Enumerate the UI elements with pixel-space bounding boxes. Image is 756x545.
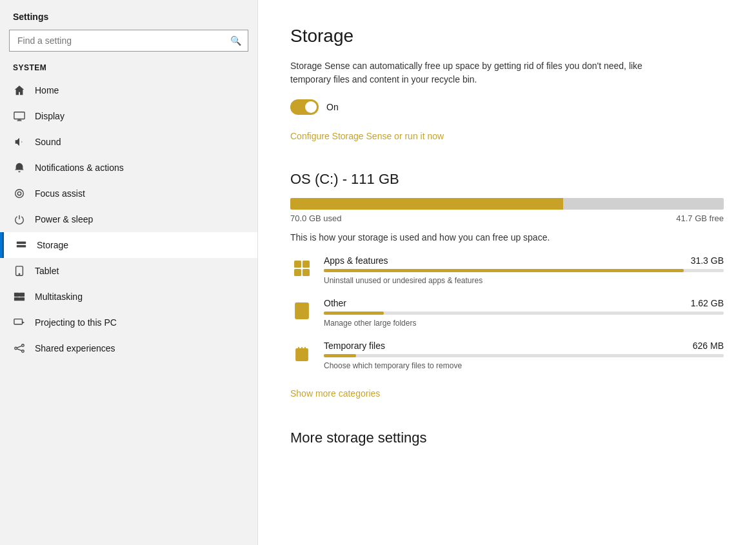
drive-title: OS (C:) - 111 GB bbox=[290, 171, 724, 188]
sidebar-item-storage[interactable]: Storage bbox=[0, 232, 257, 258]
show-more-link[interactable]: Show more categories bbox=[290, 388, 380, 399]
sidebar-item-display[interactable]: Display bbox=[0, 103, 257, 129]
svg-rect-22 bbox=[303, 269, 310, 276]
svg-rect-11 bbox=[14, 297, 19, 301]
other-icon bbox=[290, 299, 313, 322]
svg-point-4 bbox=[17, 192, 21, 195]
svg-rect-27 bbox=[296, 349, 308, 361]
shared-icon bbox=[13, 342, 26, 355]
sidebar-item-shared[interactable]: Shared experiences bbox=[0, 335, 257, 361]
sidebar-item-sound-label: Sound bbox=[35, 137, 61, 147]
storage-bar-used bbox=[290, 198, 563, 210]
svg-rect-21 bbox=[294, 269, 301, 276]
search-input[interactable] bbox=[10, 30, 224, 51]
apps-bar bbox=[324, 269, 724, 272]
home-icon bbox=[13, 84, 26, 97]
storage-sense-toggle[interactable] bbox=[290, 99, 319, 115]
sidebar-item-multitasking-label: Multitasking bbox=[35, 292, 83, 302]
svg-rect-5 bbox=[17, 242, 26, 244]
storage-note: This is how your storage is used and how… bbox=[290, 232, 724, 243]
category-other[interactable]: Other 1.62 GB Manage other large folders bbox=[290, 298, 724, 328]
sidebar-item-shared-label: Shared experiences bbox=[35, 343, 115, 353]
search-button[interactable]: 🔍 bbox=[224, 30, 248, 51]
temp-size: 626 MB bbox=[693, 341, 724, 351]
apps-icon bbox=[290, 257, 313, 280]
svg-line-17 bbox=[17, 346, 21, 348]
svg-point-16 bbox=[22, 350, 25, 353]
sidebar-item-projecting-label: Projecting to this PC bbox=[35, 317, 117, 328]
svg-rect-1 bbox=[17, 119, 21, 120]
sidebar-item-tablet[interactable]: Tablet bbox=[0, 258, 257, 284]
sidebar-item-power-label: Power & sleep bbox=[35, 214, 93, 224]
category-temp[interactable]: Temporary files 626 MB Choose which temp… bbox=[290, 341, 724, 370]
apps-sub: Uninstall unused or undesired apps & fea… bbox=[324, 276, 724, 285]
app-title: Settings bbox=[0, 0, 257, 30]
sidebar-item-multitasking[interactable]: Multitasking bbox=[0, 284, 257, 310]
toggle-row: On bbox=[290, 99, 724, 115]
other-size: 1.62 GB bbox=[691, 298, 724, 308]
storage-bar-labels: 70.0 GB used 41.7 GB free bbox=[290, 213, 724, 223]
other-name: Other bbox=[324, 298, 346, 308]
system-label: System bbox=[0, 59, 257, 77]
temp-sub: Choose which temporary files to remove bbox=[324, 361, 724, 370]
sidebar-item-focus-label: Focus assist bbox=[35, 188, 85, 199]
svg-rect-12 bbox=[19, 297, 25, 301]
svg-point-15 bbox=[22, 344, 25, 347]
sidebar-item-tablet-label: Tablet bbox=[35, 266, 59, 276]
other-details: Other 1.62 GB Manage other large folders bbox=[324, 298, 724, 328]
svg-rect-2 bbox=[17, 121, 21, 121]
svg-rect-6 bbox=[17, 245, 26, 248]
free-label: 41.7 GB free bbox=[676, 213, 724, 223]
notifications-icon bbox=[13, 161, 26, 174]
sidebar-item-notifications[interactable]: Notifications & actions bbox=[0, 155, 257, 181]
drive-section: OS (C:) - 111 GB 70.0 GB used 41.7 GB fr… bbox=[290, 171, 724, 414]
apps-top: Apps & features 31.3 GB bbox=[324, 255, 724, 266]
storage-bar-container bbox=[290, 198, 724, 210]
multitasking-icon bbox=[13, 290, 26, 303]
temp-icon bbox=[290, 342, 313, 365]
svg-rect-0 bbox=[14, 112, 25, 119]
sidebar-item-power[interactable]: Power & sleep bbox=[0, 206, 257, 232]
other-top: Other 1.62 GB bbox=[324, 298, 724, 308]
sidebar-item-home[interactable]: Home bbox=[0, 77, 257, 103]
apps-name: Apps & features bbox=[324, 255, 388, 266]
temp-details: Temporary files 626 MB Choose which temp… bbox=[324, 341, 724, 370]
projecting-icon bbox=[13, 316, 26, 329]
apps-size: 31.3 GB bbox=[691, 255, 724, 266]
svg-line-18 bbox=[17, 349, 21, 351]
apps-details: Apps & features 31.3 GB Uninstall unused… bbox=[324, 255, 724, 285]
sidebar-item-sound[interactable]: Sound bbox=[0, 129, 257, 155]
more-settings-title: More storage settings bbox=[290, 430, 724, 446]
search-box[interactable]: 🔍 bbox=[9, 30, 248, 52]
other-bar-fill bbox=[324, 312, 384, 315]
sound-icon bbox=[13, 135, 26, 148]
used-label: 70.0 GB used bbox=[290, 213, 342, 223]
display-icon bbox=[13, 110, 26, 123]
svg-point-8 bbox=[19, 273, 19, 274]
temp-bar-fill bbox=[324, 354, 356, 357]
main-content: Storage Storage Sense can automatically … bbox=[258, 0, 756, 545]
sidebar-item-display-label: Display bbox=[35, 111, 65, 121]
tablet-icon bbox=[13, 264, 26, 277]
svg-rect-23 bbox=[295, 303, 308, 319]
sidebar-item-focus[interactable]: Focus assist bbox=[0, 181, 257, 206]
temp-top: Temporary files 626 MB bbox=[324, 341, 724, 351]
page-title: Storage bbox=[290, 26, 724, 46]
sidebar-item-notifications-label: Notifications & actions bbox=[35, 163, 124, 173]
svg-point-14 bbox=[15, 347, 17, 350]
apps-bar-fill bbox=[324, 269, 684, 272]
configure-link[interactable]: Configure Storage Sense or run it now bbox=[290, 131, 444, 141]
sidebar-item-home-label: Home bbox=[35, 85, 59, 95]
category-apps[interactable]: Apps & features 31.3 GB Uninstall unused… bbox=[290, 255, 724, 285]
svg-rect-20 bbox=[303, 261, 310, 268]
temp-bar bbox=[324, 354, 724, 357]
sidebar-item-storage-label: Storage bbox=[37, 240, 68, 250]
other-sub: Manage other large folders bbox=[324, 319, 724, 328]
toggle-thumb bbox=[305, 101, 317, 113]
power-icon bbox=[13, 213, 26, 226]
storage-description: Storage Sense can automatically free up … bbox=[290, 59, 652, 86]
toggle-on-label: On bbox=[326, 102, 339, 112]
svg-rect-19 bbox=[294, 261, 301, 268]
svg-rect-10 bbox=[19, 293, 25, 297]
sidebar-item-projecting[interactable]: Projecting to this PC bbox=[0, 310, 257, 335]
